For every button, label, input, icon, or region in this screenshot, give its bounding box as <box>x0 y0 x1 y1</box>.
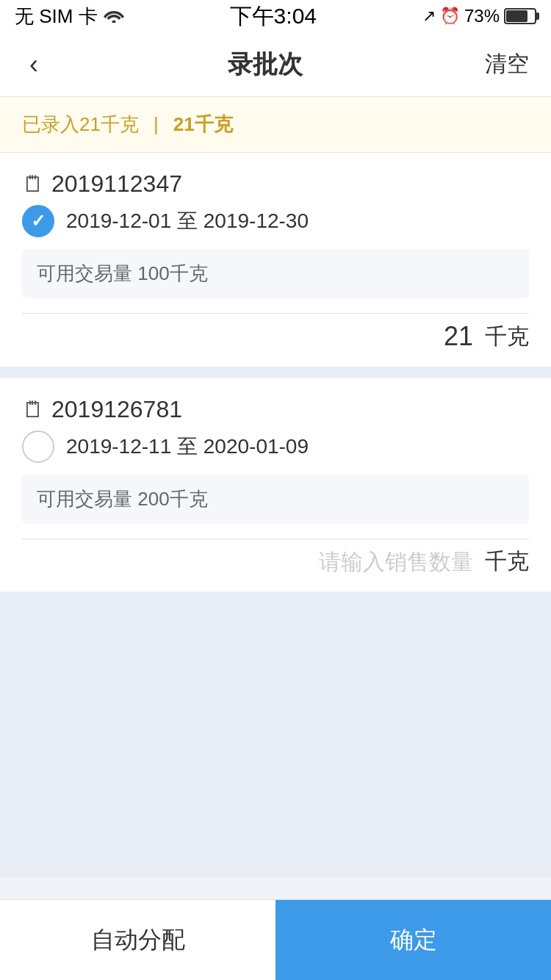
item-date-row-2[interactable]: 2019-12-11 至 2020-01-09 <box>0 430 551 475</box>
wifi-icon <box>104 5 124 28</box>
quantity-unit-1: 千克 <box>485 322 529 352</box>
item-availability-1: 可用交易量 100千克 <box>22 249 529 298</box>
summary-value: 21千克 <box>173 112 233 137</box>
radio-button-1[interactable] <box>22 205 54 237</box>
auto-distribute-button[interactable]: 自动分配 <box>0 900 276 980</box>
battery-percent: 73% <box>464 6 500 26</box>
confirm-button[interactable]: 确定 <box>276 900 551 980</box>
item-id-2: 2019126781 <box>51 396 182 423</box>
item-card-1: 🗒 2019112347 2019-12-01 至 2019-12-30 可用交… <box>0 153 551 367</box>
item-date-1: 2019-12-01 至 2019-12-30 <box>66 207 309 235</box>
svg-point-0 <box>112 20 115 23</box>
bottom-bar: 自动分配 确定 <box>0 899 551 980</box>
quantity-value-1: 21 <box>444 321 473 352</box>
item-card-2: 🗒 2019126781 2019-12-11 至 2020-01-09 可用交… <box>0 378 551 591</box>
alarm-icon: ⏰ <box>440 7 460 26</box>
item-icon-1: 🗒 <box>22 172 44 197</box>
item-id-1: 2019112347 <box>51 170 182 198</box>
item-availability-2: 可用交易量 200千克 <box>22 475 529 524</box>
clear-button[interactable]: 清空 <box>485 49 529 79</box>
page-title: 录批次 <box>228 48 303 82</box>
status-bar: 无 SIM 卡 下午3:04 ↗ ⏰ 73% <box>0 0 551 32</box>
quantity-input-2[interactable] <box>297 550 473 574</box>
item-date-row-1[interactable]: 2019-12-01 至 2019-12-30 <box>0 205 551 249</box>
back-button[interactable]: ‹ <box>22 42 46 87</box>
carrier-text: 无 SIM 卡 <box>15 4 98 29</box>
input-row-2: 千克 <box>0 539 551 591</box>
status-right: ↗ ⏰ 73% <box>422 6 536 26</box>
summary-divider: | <box>154 113 159 136</box>
status-left: 无 SIM 卡 <box>15 4 124 29</box>
radio-button-2[interactable] <box>22 430 54 463</box>
nav-bar: ‹ 录批次 清空 <box>0 32 551 97</box>
item-date-2: 2019-12-11 至 2020-01-09 <box>66 433 309 461</box>
item-header-2: 🗒 2019126781 <box>0 378 551 430</box>
summary-bar: 已录入21千克 | 21千克 <box>0 97 551 153</box>
input-unit-2: 千克 <box>485 547 529 577</box>
battery-icon <box>504 8 536 24</box>
quantity-row-1: 21 千克 <box>0 314 551 367</box>
section-divider <box>0 367 551 378</box>
item-header-1: 🗒 2019112347 <box>0 153 551 205</box>
item-icon-2: 🗒 <box>22 397 44 422</box>
status-time: 下午3:04 <box>230 1 317 32</box>
empty-area <box>0 591 551 878</box>
summary-label: 已录入21千克 <box>22 112 139 137</box>
location-icon: ↗ <box>422 7 436 26</box>
